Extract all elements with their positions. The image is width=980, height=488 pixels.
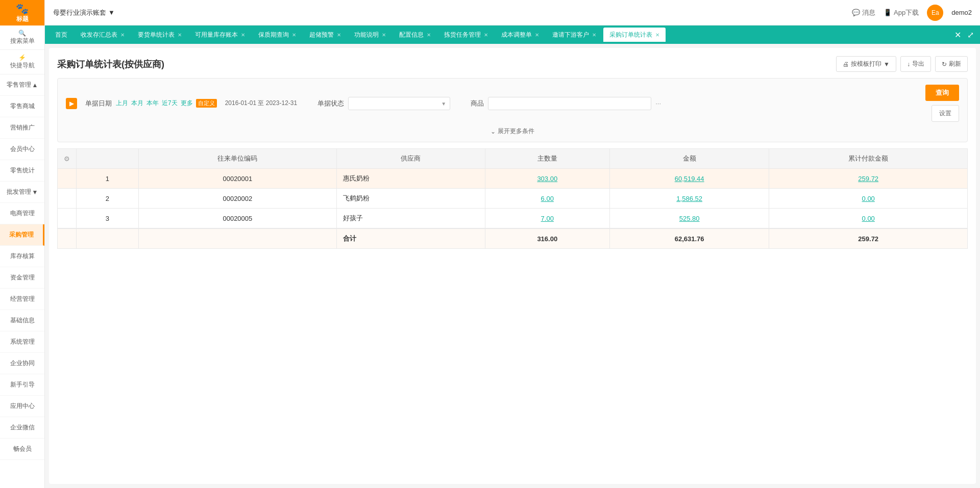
row-amount-cell[interactable]: 525.80 <box>609 209 769 229</box>
export-button[interactable]: ↓ 导出 <box>900 56 931 72</box>
sidebar-item-retail-shop[interactable]: 零售商城 <box>0 96 44 117</box>
date-to: 2023-12-31 <box>266 99 297 107</box>
row-paid-amount-cell[interactable]: 0.00 <box>769 189 968 209</box>
row-main-qty-cell[interactable]: 6.00 <box>485 189 609 209</box>
tab-close-icon[interactable]: ✕ <box>535 32 539 38</box>
logo-icon: 🐾 <box>16 3 29 15</box>
tab-purchase-order-stats[interactable]: 采购订单统计表 ✕ <box>603 28 666 42</box>
tab-expiry-query[interactable]: 保质期查询 ✕ <box>252 28 302 42</box>
tab-cost-adjust[interactable]: 成本调整单 ✕ <box>495 28 545 42</box>
sidebar-item-wechat[interactable]: 企业微信 <box>0 417 44 439</box>
sidebar-item-base-info[interactable]: 基础信息 <box>0 310 44 331</box>
sidebar-search[interactable]: 🔍 搜索菜单 <box>0 25 44 50</box>
filter-toggle-btn[interactable]: ▶ <box>66 98 77 109</box>
row-index-cell: 3 <box>77 209 139 229</box>
tab-close-icon[interactable]: ✕ <box>178 32 182 38</box>
sidebar-item-vip[interactable]: 畅会员 <box>0 439 44 460</box>
date-shortcut-last-month[interactable]: 上月 <box>116 99 128 108</box>
status-select[interactable] <box>348 97 450 110</box>
row-unit-code-cell: 00020001 <box>138 169 337 189</box>
tab-close-icon[interactable]: ✕ <box>382 32 386 38</box>
print-button[interactable]: 🖨 按模板打印 ▼ <box>836 56 896 72</box>
tab-close-icon[interactable]: ✕ <box>655 32 659 38</box>
row-main-qty-cell[interactable]: 303.00 <box>485 169 609 189</box>
tab-goods-stats[interactable]: 要货单统计表 ✕ <box>132 28 188 42</box>
footer-index-cell <box>77 228 139 249</box>
tab-close-icon[interactable]: ✕ <box>337 32 341 38</box>
date-shortcut-this-year[interactable]: 本年 <box>146 99 159 108</box>
date-shortcut-7days[interactable]: 近7天 <box>162 99 178 108</box>
row-amount-cell[interactable]: 1,586.52 <box>609 189 769 209</box>
sidebar-item-inventory[interactable]: 库存核算 <box>0 246 44 267</box>
expand-conditions-btn[interactable]: ⌄ 展开更多条件 <box>491 127 534 136</box>
export-label: 导出 <box>912 60 924 68</box>
tab-receive-summary[interactable]: 收发存汇总表 ✕ <box>75 28 131 42</box>
account-switcher[interactable]: 母婴行业演示账套 ▼ <box>53 8 115 17</box>
setting-button[interactable]: 设置 <box>932 105 959 122</box>
sidebar-item-app-center[interactable]: 应用中心 <box>0 396 44 417</box>
app-logo: 🐾 标题 <box>0 0 44 25</box>
tab-overstock-warn[interactable]: 超储预警 ✕ <box>303 28 347 42</box>
user-name: demo2 <box>951 9 972 16</box>
sidebar-item-ecommerce[interactable]: 电商管理 <box>0 203 44 224</box>
sidebar-item-newbie[interactable]: 新手引导 <box>0 374 44 396</box>
avatar-text: Ea <box>932 9 939 16</box>
sidebar-item-operations[interactable]: 经营管理 <box>0 289 44 310</box>
goods-input[interactable] <box>488 97 651 110</box>
row-main-qty-cell[interactable]: 7.00 <box>485 209 609 229</box>
row-unit-code-cell: 00020002 <box>138 189 337 209</box>
app-download-btn[interactable]: 📱 App下载 <box>884 8 919 17</box>
date-shortcut-more[interactable]: 更多 <box>181 99 193 108</box>
table-col-unit-code: 往来单位编码 <box>138 149 337 169</box>
goods-more-btn[interactable]: ··· <box>655 99 661 107</box>
tab-label: 功能说明 <box>354 31 379 39</box>
printer-icon: 🖨 <box>843 61 849 68</box>
sidebar-quick-nav[interactable]: ⚡ 快捷导航 <box>0 50 44 74</box>
tab-available-stock[interactable]: 可用量库存账本 ✕ <box>189 28 251 42</box>
tab-config-info[interactable]: 配置信息 ✕ <box>393 28 437 42</box>
tab-invite-downstream[interactable]: 邀请下游客户 ✕ <box>546 28 602 42</box>
tab-expand-btn[interactable]: ⤢ <box>965 29 976 41</box>
tab-close-icon[interactable]: ✕ <box>292 32 296 38</box>
sidebar-item-system[interactable]: 系统管理 <box>0 331 44 353</box>
sidebar-item-enterprise[interactable]: 企业协同 <box>0 353 44 374</box>
goods-filter-label: 商品 <box>471 99 484 108</box>
row-paid-amount-cell[interactable]: 0.00 <box>769 209 968 229</box>
sidebar-item-purchase[interactable]: 采购管理 <box>0 224 44 246</box>
sidebar-item-wholesale[interactable]: 批发管理 ▼ <box>0 182 44 203</box>
tab-picking-task[interactable]: 拣货任务管理 ✕ <box>438 28 494 42</box>
tab-close-icon[interactable]: ✕ <box>120 32 125 38</box>
sidebar-item-finance[interactable]: 资金管理 <box>0 267 44 289</box>
row-amount-cell[interactable]: 60,519.44 <box>609 169 769 189</box>
query-button[interactable]: 查询 <box>925 85 959 101</box>
sidebar-item-retail-stats[interactable]: 零售统计 <box>0 160 44 182</box>
filter-area: ▶ 单据日期 上月 本月 本年 近7天 更多 自定义 <box>57 78 968 142</box>
sidebar-item-member[interactable]: 会员中心 <box>0 139 44 160</box>
sidebar-item-label: 会员中心 <box>3 145 41 153</box>
filter-date: 单据日期 上月 本月 本年 近7天 更多 自定义 <box>85 99 217 108</box>
tab-func-desc[interactable]: 功能说明 ✕ <box>348 28 392 42</box>
row-index-cell: 2 <box>77 189 139 209</box>
tab-home[interactable]: 首页 <box>49 28 74 42</box>
table-row: 1 00020001 惠氏奶粉 303.00 60,519.44 259.72 <box>58 169 968 189</box>
sidebar-item-retail-mgmt[interactable]: 零售管理 ▲ <box>0 74 44 96</box>
tab-close-icon[interactable]: ✕ <box>592 32 596 38</box>
tab-label: 可用量库存账本 <box>195 31 238 39</box>
page-header: 采购订单统计表(按供应商) 🖨 按模板打印 ▼ ↓ 导出 ↻ 刷新 <box>57 56 968 72</box>
tab-close-icon[interactable]: ✕ <box>484 32 488 38</box>
user-avatar[interactable]: Ea <box>927 5 943 21</box>
settings-icon[interactable]: ⚙ <box>64 155 70 163</box>
filter-date-range: 2016-01-01 至 2023-12-31 <box>225 99 297 108</box>
footer-label-cell <box>138 228 337 249</box>
refresh-button[interactable]: ↻ 刷新 <box>935 56 968 72</box>
table-body: 1 00020001 惠氏奶粉 303.00 60,519.44 259.72 … <box>58 169 968 229</box>
tab-close-icon[interactable]: ✕ <box>241 32 245 38</box>
sidebar-item-marketing[interactable]: 营销推广 <box>0 117 44 139</box>
sidebar-item-label: 企业微信 <box>3 423 41 432</box>
message-btn[interactable]: 💬 消息 <box>852 8 875 17</box>
page-actions: 🖨 按模板打印 ▼ ↓ 导出 ↻ 刷新 <box>836 56 968 72</box>
date-shortcut-this-month[interactable]: 本月 <box>131 99 143 108</box>
tab-close-icon[interactable]: ✕ <box>427 32 431 38</box>
row-paid-amount-cell[interactable]: 259.72 <box>769 169 968 189</box>
tab-close-all-btn[interactable]: ✕ <box>952 29 963 41</box>
